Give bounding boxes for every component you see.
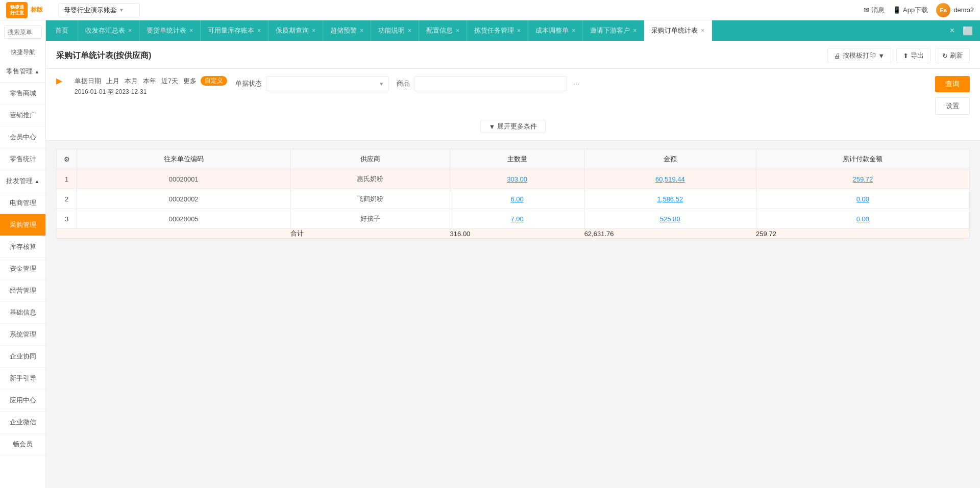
- sidebar-item-system[interactable]: 系统管理: [0, 324, 45, 346]
- row-paid[interactable]: 259.72: [756, 169, 969, 189]
- refresh-button[interactable]: ↻ 刷新: [936, 48, 970, 63]
- sidebar-item-retail-store[interactable]: 零售商城: [0, 83, 45, 105]
- sidebar-item-label: 批发管理: [6, 176, 33, 186]
- col-qty: 主数量: [450, 149, 584, 169]
- tab-close-icon[interactable]: ×: [456, 27, 459, 34]
- row-qty[interactable]: 303.00: [450, 169, 584, 189]
- tab-label: 邀请下游客户: [590, 26, 630, 35]
- row-amount[interactable]: 1,586.52: [584, 189, 756, 209]
- sidebar-item-label: 零售统计: [10, 155, 36, 163]
- sidebar-item-enterprise-wechat[interactable]: 企业微信: [0, 412, 45, 433]
- date-shortcut-this-month[interactable]: 本月: [124, 76, 139, 86]
- sidebar-item-operations[interactable]: 经营管理: [0, 280, 45, 302]
- search-menu-input[interactable]: [4, 25, 42, 39]
- tab-maximize-button[interactable]: ⬜: [960, 25, 976, 37]
- template-print-label: 按模板打印: [843, 51, 876, 60]
- sidebar-item-wholesale[interactable]: 批发管理 ▲: [0, 170, 45, 192]
- tab-close-icon[interactable]: ×: [701, 27, 704, 34]
- tab-close-icon[interactable]: ×: [408, 27, 411, 34]
- export-button[interactable]: ⬆ 导出: [896, 48, 930, 63]
- date-shortcut-more[interactable]: 更多: [182, 76, 198, 86]
- row-qty[interactable]: 6.00: [450, 189, 584, 209]
- sidebar-item-enterprise-collab[interactable]: 企业协同: [0, 346, 45, 368]
- sidebar-item-member[interactable]: 畅会员: [0, 433, 45, 455]
- row-no: 3: [57, 209, 77, 229]
- message-button[interactable]: ✉ 消息: [864, 6, 885, 15]
- row-paid[interactable]: 0.00: [756, 189, 969, 209]
- sidebar-item-label: 零售商城: [10, 89, 36, 97]
- tab-close-icon[interactable]: ×: [128, 27, 132, 34]
- tab-invite-downstream[interactable]: 邀请下游客户 ×: [583, 20, 644, 41]
- tab-home[interactable]: 首页: [46, 20, 78, 41]
- tab-function-desc[interactable]: 功能说明 ×: [371, 20, 419, 41]
- row-amount[interactable]: 60,519.44: [584, 169, 756, 189]
- tab-expiry-query[interactable]: 保质期查询 ×: [268, 20, 323, 41]
- date-filter-label: 单据日期: [75, 76, 101, 86]
- sidebar-item-purchase[interactable]: 采购管理: [0, 214, 45, 236]
- tab-purchase-order-stats[interactable]: 采购订单统计表 ×: [644, 20, 712, 41]
- col-amount: 金额: [584, 149, 756, 169]
- sidebar-quick-nav[interactable]: 快捷导航: [0, 44, 45, 61]
- table-wrapper: ⚙ 往来单位编码 供应商 主数量 金额 累计付款金额 1 00020001: [46, 141, 980, 488]
- date-shortcut-this-year[interactable]: 本年: [142, 76, 157, 86]
- sidebar-item-inventory[interactable]: 库存核算: [0, 236, 45, 258]
- status-filter-select[interactable]: ▼: [266, 76, 388, 91]
- workspace-selector[interactable]: 母婴行业演示账套: [58, 3, 140, 17]
- tab-close-icon[interactable]: ×: [189, 27, 193, 34]
- app-label: App下载: [903, 6, 928, 15]
- tab-close-icon[interactable]: ×: [312, 27, 315, 34]
- tab-bar: 首页 收发存汇总表 × 要货单统计表 × 可用量库存账本 × 保质期查询 × 超…: [46, 20, 980, 41]
- tab-label: 成本调整单: [535, 26, 569, 35]
- sidebar-item-basic-info[interactable]: 基础信息: [0, 302, 45, 324]
- page-content: 采购订单统计表(按供应商) 🖨 按模板打印 ▼ ⬆ 导出 ↻ 刷新: [46, 41, 980, 488]
- sidebar-item-retail-management[interactable]: 零售管理 ▲: [0, 61, 45, 83]
- tab-close-icon[interactable]: ×: [517, 27, 521, 34]
- tab-order-stats[interactable]: 要货单统计表 ×: [139, 20, 201, 41]
- expand-more-button[interactable]: ▼ 展开更多条件: [480, 120, 546, 133]
- tab-close-all-button[interactable]: ×: [947, 25, 958, 36]
- sidebar-item-retail-stats[interactable]: 零售统计: [0, 148, 45, 170]
- tab-close-icon[interactable]: ×: [572, 27, 575, 34]
- query-button[interactable]: 查询: [935, 76, 970, 92]
- expand-more-icon: ▼: [489, 123, 496, 131]
- sidebar-item-app-center[interactable]: 应用中心: [0, 390, 45, 412]
- tab-close-icon[interactable]: ×: [633, 27, 636, 34]
- date-custom-tag[interactable]: 自定义: [201, 76, 227, 86]
- row-supplier: 好孩子: [290, 209, 450, 229]
- sidebar-item-member-center[interactable]: 会员中心: [0, 126, 45, 148]
- tab-overstock-warning[interactable]: 超储预警 ×: [323, 20, 371, 41]
- row-code: 00020005: [77, 209, 290, 229]
- user-area[interactable]: Ea demo2: [936, 3, 974, 17]
- sidebar-item-finance[interactable]: 资金管理: [0, 258, 45, 280]
- col-settings-icon[interactable]: ⚙: [64, 156, 70, 163]
- row-amount[interactable]: 525.80: [584, 209, 756, 229]
- refresh-label: 刷新: [950, 51, 963, 60]
- date-range-display: 2016-01-01 至 2023-12-31: [75, 88, 227, 96]
- tab-config[interactable]: 配置信息 ×: [419, 20, 467, 41]
- tab-receive-summary[interactable]: 收发存汇总表 ×: [78, 20, 139, 41]
- sidebar-item-newbie[interactable]: 新手引导: [0, 368, 45, 390]
- table-row: 3 00020005 好孩子 7.00 525.80 0.00: [57, 209, 970, 229]
- sidebar-item-ecommerce[interactable]: 电商管理: [0, 192, 45, 214]
- data-table: ⚙ 往来单位编码 供应商 主数量 金额 累计付款金额 1 00020001: [56, 149, 970, 239]
- goods-filter-input[interactable]: [414, 76, 567, 91]
- col-supplier: 供应商: [290, 149, 450, 169]
- template-print-button[interactable]: 🖨 按模板打印 ▼: [827, 48, 891, 63]
- date-shortcut-7days[interactable]: 近7天: [160, 76, 179, 86]
- tab-close-icon[interactable]: ×: [360, 27, 363, 34]
- filter-expand-icon[interactable]: ▶: [56, 76, 62, 86]
- sidebar-item-marketing[interactable]: 营销推广: [0, 105, 45, 126]
- message-icon: ✉: [864, 6, 869, 14]
- date-shortcut-last-month[interactable]: 上月: [105, 76, 120, 86]
- tab-close-icon[interactable]: ×: [257, 27, 261, 34]
- tab-usable-stock[interactable]: 可用量库存账本 ×: [201, 20, 268, 41]
- goods-more-icon[interactable]: ···: [573, 80, 579, 88]
- row-qty[interactable]: 7.00: [450, 209, 584, 229]
- footer-empty: [57, 229, 77, 239]
- tab-cost-adjust[interactable]: 成本调整单 ×: [528, 20, 583, 41]
- footer-amount: 62,631.76: [584, 229, 756, 239]
- settings-button[interactable]: 设置: [935, 97, 970, 115]
- app-download-button[interactable]: 📱 App下载: [893, 6, 928, 15]
- row-paid[interactable]: 0.00: [756, 209, 969, 229]
- tab-pick-task[interactable]: 拣货任务管理 ×: [467, 20, 528, 41]
